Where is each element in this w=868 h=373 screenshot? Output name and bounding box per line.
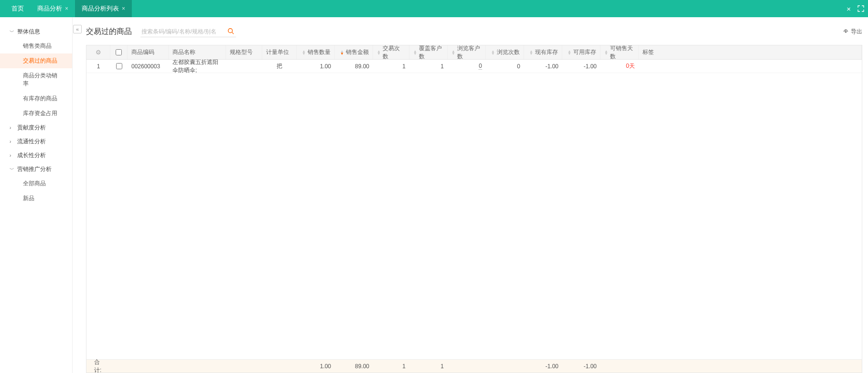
sidebar-item-label: 全部商品 [23, 180, 46, 187]
header-stock[interactable]: ▲▼现有库存 [524, 45, 562, 59]
header-label: 交易次数 [383, 44, 405, 61]
footer-empty [600, 360, 639, 373]
row-checkbox[interactable] [116, 63, 122, 69]
sidebar-item-label: 销售类商品 [23, 43, 52, 49]
sidebar-item-label: 交易过的商品 [23, 57, 57, 64]
gear-icon: ⚙ [96, 49, 101, 56]
sidebar-group-label: 营销推广分析 [17, 165, 52, 173]
data-table: ⚙ 商品编码 商品名称 规格型号 计量单位 ▲▼销售数量 ▲▼销售金额 ▲▼交易… [86, 45, 862, 373]
page-title: 交易过的商品 [86, 27, 132, 37]
chevron-right-icon: › [10, 125, 14, 130]
sidebar-item-stock-products[interactable]: 有库存的商品 [0, 91, 72, 106]
header-code[interactable]: 商品编码 [128, 45, 169, 59]
sidebar-item-category-rate[interactable]: 商品分类动销率 [0, 68, 72, 91]
table-footer-row: 合计: 1.00 89.00 1 1 -1.00 -1.00 [86, 359, 862, 373]
tab-product-analysis-list[interactable]: 商品分析列表× [75, 0, 132, 17]
svg-line-1 [232, 32, 234, 34]
export-button[interactable]: 导出 [843, 28, 862, 36]
tab-home[interactable]: 首页 [5, 0, 31, 17]
sidebar-item-stock-funds[interactable]: 库存资金占用 [0, 106, 72, 121]
table-header-row: ⚙ 商品编码 商品名称 规格型号 计量单位 ▲▼销售数量 ▲▼销售金额 ▲▼交易… [86, 45, 862, 60]
header-browse-cust[interactable]: ▲▼浏览客户数 [448, 45, 486, 59]
header-days[interactable]: ▲▼可销售天数 [600, 45, 639, 59]
sidebar-header-liquidity[interactable]: ›流通性分析 [0, 135, 72, 149]
header-name[interactable]: 商品名称 [169, 45, 226, 59]
footer-empty [639, 360, 862, 373]
search-input[interactable] [140, 26, 236, 37]
cell-index: 1 [86, 60, 110, 73]
header-gear[interactable]: ⚙ [86, 45, 110, 59]
header-checkbox[interactable] [110, 45, 128, 59]
sidebar-item-traded-products[interactable]: 交易过的商品 [0, 53, 72, 68]
fullscreen-icon[interactable] [857, 5, 864, 12]
header-tag[interactable]: 标签 [639, 45, 862, 59]
cell-browse-cnt: 0 [486, 60, 524, 73]
sort-icon: ▲▼ [451, 50, 455, 55]
cell-code: 002600003 [128, 60, 169, 73]
sidebar-item-sales-products[interactable]: 销售类商品 [0, 39, 72, 53]
cell-amount: 89.00 [335, 60, 373, 73]
topbar-right-controls: × [847, 5, 864, 13]
close-all-icon[interactable]: × [847, 5, 851, 13]
sort-icon: ▲▼ [604, 50, 608, 55]
footer-empty [262, 360, 297, 373]
header-label: 浏览客户数 [457, 44, 482, 61]
sidebar-item-all-products[interactable]: 全部商品 [0, 176, 72, 191]
footer-tx-count: 1 [373, 360, 409, 373]
header-label: 销售金额 [346, 48, 369, 56]
select-all-checkbox[interactable] [116, 49, 122, 55]
close-icon[interactable]: × [122, 5, 125, 12]
tab-product-analysis[interactable]: 商品分析× [31, 0, 75, 17]
cell-stock: -1.00 [524, 60, 562, 73]
cell-name: 左都胶囊五折遮阳伞防晒伞; [169, 60, 226, 73]
cell-spec [226, 60, 262, 73]
header-avail[interactable]: ▲▼可用库存 [562, 45, 600, 59]
header-label: 标签 [643, 48, 654, 56]
header-label: 商品名称 [172, 48, 195, 56]
sidebar-header-marketing[interactable]: ﹀营销推广分析 [0, 162, 72, 176]
sidebar-header-overall[interactable]: ﹀整体信息 [0, 25, 72, 39]
sidebar-item-label: 新品 [23, 195, 34, 202]
chevron-down-icon: ﹀ [10, 166, 14, 173]
cell-checkbox[interactable] [110, 60, 128, 73]
sidebar-item-new-products[interactable]: 新品 [0, 191, 72, 206]
header-tx-count[interactable]: ▲▼交易次数 [373, 45, 409, 59]
sidebar-group-marketing: ﹀营销推广分析 全部商品 新品 [0, 162, 72, 206]
footer-amount: 89.00 [335, 360, 373, 373]
tab-label: 商品分析列表 [82, 4, 119, 13]
sidebar-header-growth[interactable]: ›成长性分析 [0, 149, 72, 162]
header-spec[interactable]: 规格型号 [226, 45, 262, 59]
top-tab-bar: 首页 商品分析× 商品分析列表× × [0, 0, 868, 17]
export-label: 导出 [851, 28, 862, 36]
sidebar-group-label: 流通性分析 [17, 138, 46, 146]
sort-icon: ▲▼ [340, 50, 344, 55]
footer-empty [110, 360, 128, 373]
header-browse-cnt[interactable]: ▲▼浏览次数 [486, 45, 524, 59]
footer-empty [226, 360, 262, 373]
export-icon [843, 29, 849, 35]
header-amount[interactable]: ▲▼销售金额 [335, 45, 373, 59]
tab-label: 首页 [11, 4, 24, 13]
header-label: 现有库存 [535, 48, 558, 56]
sidebar-item-label: 有库存的商品 [23, 95, 57, 102]
main-header: 交易过的商品 导出 [86, 22, 862, 41]
sidebar-group-label: 成长性分析 [17, 151, 46, 160]
footer-qty: 1.00 [297, 360, 335, 373]
browse-cust-link[interactable]: 0 [479, 63, 482, 70]
search-icon[interactable] [227, 28, 234, 34]
sort-icon: ▲▼ [413, 50, 417, 55]
cell-browse-cust[interactable]: 0 [448, 60, 486, 73]
table-row[interactable]: 1 002600003 左都胶囊五折遮阳伞防晒伞; 把 1.00 89.00 1… [86, 60, 862, 73]
collapse-sidebar-button[interactable]: « [73, 25, 82, 33]
sidebar-header-contribution[interactable]: ›贡献度分析 [0, 121, 72, 135]
header-unit[interactable]: 计量单位 [262, 45, 297, 59]
header-cust-cover[interactable]: ▲▼覆盖客户数 [409, 45, 448, 59]
sidebar-group-label: 贡献度分析 [17, 124, 46, 132]
cell-days: 0天 [600, 60, 639, 73]
footer-empty [128, 360, 169, 373]
sidebar-group-overall: ﹀整体信息 销售类商品 交易过的商品 商品分类动销率 有库存的商品 库存资金占用 [0, 25, 72, 121]
sidebar-item-label: 商品分类动销率 [23, 72, 57, 87]
main-content: 交易过的商品 导出 ⚙ 商品编码 商品名称 规格型号 [82, 17, 868, 373]
close-icon[interactable]: × [65, 5, 68, 12]
header-qty[interactable]: ▲▼销售数量 [297, 45, 335, 59]
